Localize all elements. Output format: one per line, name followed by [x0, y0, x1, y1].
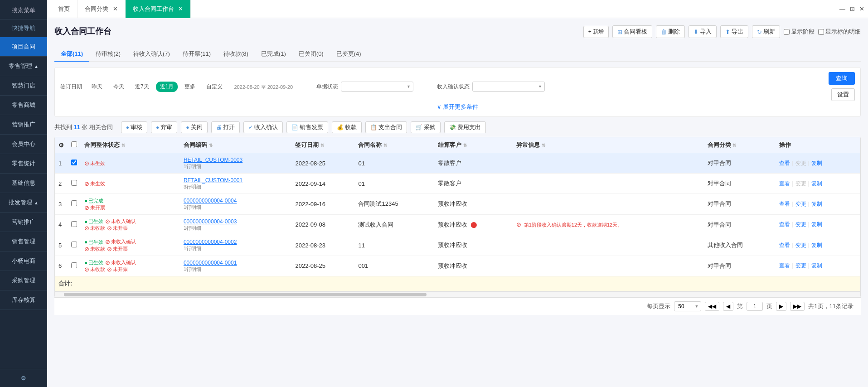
copy-link[interactable]: 复制: [811, 262, 822, 270]
sort-name[interactable]: ⇅: [383, 143, 387, 148]
confirm-status-select[interactable]: [472, 82, 545, 92]
tab-pending-invoice[interactable]: 待开票(11): [176, 47, 217, 62]
select-all-checkbox[interactable]: [71, 141, 77, 147]
contract-link[interactable]: 0000000000004-0001: [184, 260, 237, 266]
invoice-button[interactable]: 📄 销售发票: [286, 121, 328, 133]
sidebar-item-project-contract[interactable]: 项目合同: [0, 37, 47, 57]
copy-link[interactable]: 复制: [811, 200, 822, 208]
date-btn-7days[interactable]: 近7天: [131, 82, 153, 92]
row-checkbox[interactable]: [71, 200, 77, 206]
view-link[interactable]: 查看: [779, 221, 790, 228]
sidebar-item-inventory[interactable]: 库存核算: [0, 290, 47, 310]
expand-filter-btn[interactable]: ∨ 展开更多条件: [437, 104, 478, 110]
edit-link[interactable]: 变更: [795, 200, 806, 208]
sidebar-item-retail-stats[interactable]: 零售统计: [0, 154, 47, 174]
expand-filter[interactable]: ∨ 展开更多条件: [60, 101, 855, 112]
tab-pending-audit[interactable]: 待审核(2): [89, 47, 127, 62]
first-page-btn[interactable]: ◀◀: [705, 302, 719, 311]
tab-pending-payment[interactable]: 待收款(8): [217, 47, 255, 62]
copy-link[interactable]: 复制: [811, 160, 822, 167]
col-settings[interactable]: ⚙: [55, 137, 68, 153]
refresh-button[interactable]: ↻ 刷新: [752, 25, 780, 38]
sidebar-item-retail-mgmt[interactable]: 零售管理 ▲: [0, 57, 47, 76]
sidebar-item-member-center[interactable]: 会员中心: [0, 135, 47, 154]
sort-category[interactable]: ⇅: [732, 143, 736, 148]
row-check[interactable]: [68, 256, 81, 276]
sidebar-item-smart-store[interactable]: 智慧门店: [0, 76, 47, 96]
sort-customer[interactable]: ⇅: [463, 143, 467, 148]
view-link[interactable]: 查看: [779, 200, 790, 208]
sidebar-item-purchase-mgmt[interactable]: 采购管理: [0, 271, 47, 290]
view-link[interactable]: 查看: [779, 180, 790, 188]
sort-status[interactable]: ⇅: [121, 143, 125, 148]
row-checkbox[interactable]: [71, 160, 77, 165]
next-page-btn[interactable]: ▶: [776, 302, 786, 311]
view-link[interactable]: 查看: [779, 160, 790, 167]
tab-contract-category[interactable]: 合同分类 ✕: [78, 0, 126, 18]
copy-link[interactable]: 复制: [811, 180, 822, 188]
show-segment-input[interactable]: [784, 29, 790, 35]
set-button[interactable]: 设置: [831, 88, 855, 101]
row-checkbox[interactable]: [71, 262, 77, 268]
sidebar-item-marketing[interactable]: 营销推广: [0, 115, 47, 135]
tab-home[interactable]: 首页: [51, 0, 78, 18]
row-check[interactable]: [68, 235, 81, 256]
copy-link[interactable]: 复制: [811, 242, 822, 249]
sidebar-item-basic-info[interactable]: 基础信息: [0, 174, 47, 193]
fee-out-button[interactable]: 💸 费用支出: [444, 121, 486, 133]
date-btn-today[interactable]: 今天: [109, 82, 128, 92]
tab-pending-confirm[interactable]: 待收入确认(7): [127, 47, 176, 62]
sidebar-item-marketing2[interactable]: 营销推广: [0, 213, 47, 232]
close-contract-button[interactable]: ● 关闭: [181, 121, 207, 133]
print-button[interactable]: 🖨 打开: [211, 121, 240, 133]
row-checkbox[interactable]: [71, 221, 77, 227]
maximize-btn[interactable]: ⊡: [850, 5, 855, 12]
export-button[interactable]: ⬆ 导出: [720, 25, 748, 38]
sidebar-settings[interactable]: ⚙: [0, 369, 47, 387]
audit-button[interactable]: ● 审核: [121, 121, 147, 133]
row-check[interactable]: [68, 194, 81, 215]
sidebar-item-retail-mall[interactable]: 零售商城: [0, 96, 47, 115]
sidebar-item-sales-mgmt[interactable]: 销售管理: [0, 232, 47, 252]
tab-all[interactable]: 全部(11): [54, 47, 89, 62]
doc-status-select[interactable]: [341, 82, 413, 92]
tab-income-contract[interactable]: 收入合同工作台 ✕: [126, 0, 191, 18]
sidebar-search[interactable]: 搜索菜单: [0, 0, 47, 19]
tab-closed[interactable]: 已关闭(0): [292, 47, 330, 62]
col-checkbox[interactable]: [68, 137, 81, 153]
row-check[interactable]: [68, 214, 81, 235]
edit-link[interactable]: 变更: [795, 180, 806, 188]
contract-link[interactable]: RETAIL_CUSTOM-0001: [184, 177, 242, 184]
sort-abnormal[interactable]: ⇅: [542, 143, 545, 148]
contract-link[interactable]: 0000000000004-0002: [184, 239, 237, 245]
page-input[interactable]: [747, 302, 763, 311]
tab-completed[interactable]: 已完成(1): [255, 47, 292, 62]
panel-button[interactable]: ⊞ 合同看板: [612, 25, 652, 38]
delete-button[interactable]: 🗑 删除: [656, 25, 685, 38]
row-check[interactable]: [68, 153, 81, 174]
payment-button[interactable]: 💰 收款: [332, 121, 362, 133]
date-btn-custom[interactable]: 自定义: [202, 82, 227, 92]
scrollbar-thumb[interactable]: [64, 293, 427, 296]
contract-link[interactable]: 0000000000004-0004: [184, 198, 237, 204]
prev-page-btn[interactable]: ◀: [723, 302, 733, 311]
import-button[interactable]: ⬇ 导入: [689, 25, 717, 38]
tab-changed[interactable]: 已变更(4): [330, 47, 368, 62]
edit-link[interactable]: 变更: [795, 221, 806, 228]
abandon-button[interactable]: ● 弃审: [151, 121, 177, 133]
add-button[interactable]: + 新增: [583, 26, 609, 38]
contract-link[interactable]: RETAIL_CUSTOM-0003: [184, 157, 242, 163]
show-detail-input[interactable]: [818, 29, 824, 35]
close-btn[interactable]: ✕: [859, 5, 864, 12]
confirm-revenue-button[interactable]: ✓ 收入确认: [243, 121, 283, 133]
row-checkbox[interactable]: [71, 242, 77, 247]
purchase-button[interactable]: 🛒 采购: [411, 121, 441, 133]
copy-link[interactable]: 复制: [811, 221, 822, 228]
sidebar-item-wholesale-mgmt[interactable]: 批发管理 ▲: [0, 193, 47, 213]
last-page-btn[interactable]: ▶▶: [790, 302, 805, 311]
date-btn-1month[interactable]: 近1月: [156, 82, 178, 92]
view-link[interactable]: 查看: [779, 242, 790, 249]
query-button[interactable]: 查询: [829, 72, 855, 85]
contract-link[interactable]: 0000000000004-0003: [184, 218, 237, 225]
show-segment-checkbox[interactable]: 显示阶段: [784, 28, 815, 36]
